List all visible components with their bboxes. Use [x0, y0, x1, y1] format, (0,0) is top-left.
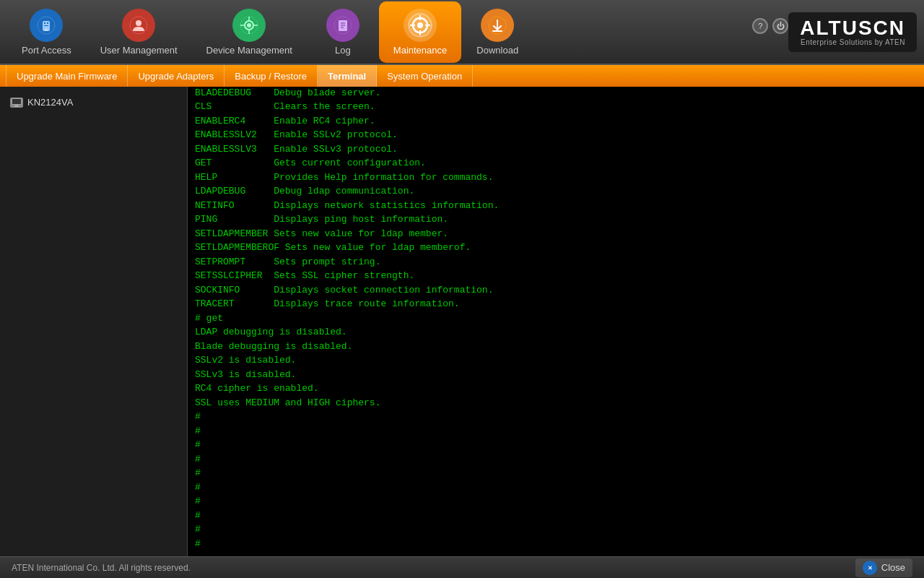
- nav-item-download[interactable]: Download: [461, 1, 533, 63]
- sidebar: KN2124VA: [0, 87, 188, 556]
- log-icon: [326, 9, 359, 42]
- svg-point-21: [417, 22, 423, 28]
- nav-item-port-access[interactable]: Port Access: [7, 1, 86, 63]
- port-access-icon: [30, 9, 63, 42]
- power-button[interactable]: ⏻: [772, 18, 788, 34]
- terminal-output[interactable]: For more information on a specific comma…: [188, 87, 924, 556]
- sub-navigation: Upgrade Main Firmware Upgrade Adapters B…: [0, 65, 924, 87]
- svg-point-6: [136, 20, 141, 26]
- svg-point-9: [247, 23, 251, 27]
- logo-text: ALTUSCN: [800, 18, 905, 38]
- tab-upgrade-main-firmware[interactable]: Upgrade Main Firmware: [6, 65, 128, 87]
- nav-label-user-management: User Management: [100, 45, 178, 56]
- download-icon: [481, 9, 514, 42]
- terminal-container[interactable]: For more information on a specific comma…: [188, 87, 924, 556]
- close-button[interactable]: ✕ Close: [855, 558, 912, 577]
- user-management-icon: [122, 9, 155, 42]
- terminal-text: For more information on a specific comma…: [195, 87, 917, 551]
- svg-rect-3: [47, 22, 48, 24]
- nav-label-maintenance: Maintenance: [393, 45, 447, 56]
- tab-terminal[interactable]: Terminal: [318, 65, 377, 87]
- svg-rect-2: [44, 22, 45, 24]
- main-content: KN2124VA For more information on a speci…: [0, 87, 924, 556]
- footer: ATEN International Co. Ltd. All rights r…: [0, 556, 924, 578]
- close-label: Close: [881, 562, 905, 573]
- top-utility-icons: ? ⏻: [752, 12, 788, 34]
- top-right-area: ? ⏻ ALTUSCN Enterprise Solutions by ATEN: [746, 12, 917, 52]
- sidebar-item-kn2124va[interactable]: KN2124VA: [6, 94, 181, 111]
- tab-upgrade-adapters[interactable]: Upgrade Adapters: [128, 65, 225, 87]
- sidebar-device-label: KN2124VA: [27, 97, 73, 108]
- nav-label-download: Download: [476, 45, 518, 56]
- nav-item-maintenance[interactable]: Maintenance: [379, 1, 461, 63]
- nav-label-log: Log: [335, 45, 351, 56]
- monitor-icon: [10, 98, 23, 108]
- device-management-icon: [232, 9, 266, 42]
- maintenance-icon: [404, 9, 437, 42]
- svg-rect-31: [14, 106, 19, 107]
- nav-label-device-management: Device Management: [206, 45, 292, 56]
- nav-item-device-management[interactable]: Device Management: [192, 1, 307, 63]
- footer-copyright: ATEN International Co. Ltd. All rights r…: [12, 563, 191, 573]
- close-icon: ✕: [863, 561, 877, 575]
- nav-item-log[interactable]: Log: [307, 1, 379, 63]
- svg-rect-4: [44, 25, 48, 26]
- nav-item-user-management[interactable]: User Management: [86, 1, 192, 63]
- top-navigation-bar: Port Access User Management Device: [0, 0, 924, 65]
- logo-area: ALTUSCN Enterprise Solutions by ATEN: [788, 12, 917, 52]
- svg-text:✕: ✕: [867, 565, 872, 571]
- tab-system-operation[interactable]: System Operation: [377, 65, 473, 87]
- tab-backup-restore[interactable]: Backup / Restore: [225, 65, 318, 87]
- svg-rect-30: [15, 105, 18, 106]
- logo-subtitle: Enterprise Solutions by ATEN: [801, 38, 905, 46]
- help-button[interactable]: ?: [752, 18, 768, 34]
- nav-label-port-access: Port Access: [22, 45, 71, 56]
- svg-rect-29: [12, 99, 21, 104]
